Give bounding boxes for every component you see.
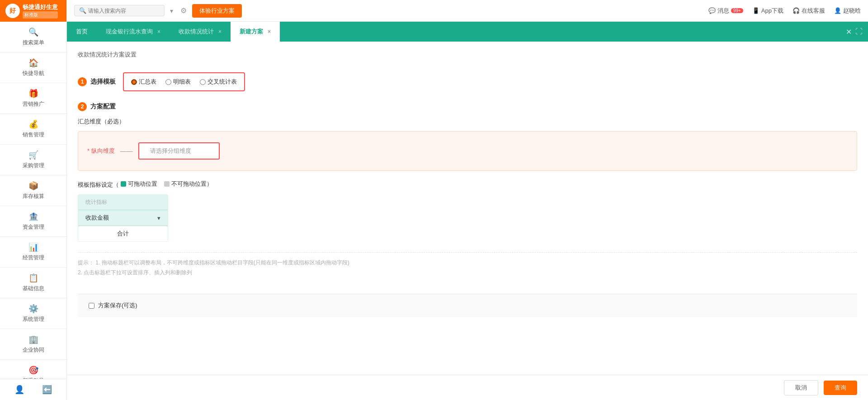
tab-right-btns: ✕ ⛶ — [846, 28, 868, 36]
box-icon: 📦 — [28, 181, 38, 191]
sidebar-item-sales[interactable]: 💰 销售管理 — [0, 114, 66, 145]
radio-cross-input[interactable] — [200, 79, 206, 85]
sidebar-item-search[interactable]: 🔍 搜索菜单 — [0, 22, 66, 52]
settings-icon[interactable]: ⚙ — [180, 6, 187, 15]
section-template: 1 选择模板 汇总表 明细表 交叉统计表 — [78, 72, 857, 91]
section1-header: 1 选择模板 汇总表 明细表 交叉统计表 — [78, 72, 857, 91]
download-label: App下载 — [761, 7, 783, 15]
radio-summary[interactable]: 汇总表 — [131, 78, 156, 86]
main-area: 🔍 ▾ ⚙ 体验行业方案 💬 消息 99+ 📱 App下载 🎧 在线客服 👤 赵… — [67, 0, 868, 400]
tabbar: 首页 现金银行流水查询 × 收款情况统计 × 新建方案 × ✕ ⛶ — [67, 22, 868, 42]
topbar: 🔍 ▾ ⚙ 体验行业方案 💬 消息 99+ 📱 App下载 🎧 在线客服 👤 赵… — [67, 0, 868, 22]
indicator-col-label: 收款金额 — [85, 214, 109, 222]
tab-collection-stats-close[interactable]: × — [218, 28, 222, 35]
service-icon: 🎧 — [793, 7, 800, 14]
sidebar-item-label-purchase: 采购管理 — [23, 162, 44, 169]
cancel-button[interactable]: 取消 — [784, 380, 818, 395]
sidebar-item-label-marketing: 营销推广 — [23, 100, 44, 108]
search-input[interactable] — [88, 8, 156, 14]
gear-icon: ⚙️ — [28, 304, 38, 314]
industry-btn[interactable]: 体验行业方案 — [192, 4, 242, 18]
sidebar-bottom-icon-1[interactable]: 👤 — [14, 385, 24, 395]
query-button[interactable]: 查询 — [824, 381, 857, 395]
template-options-box: 汇总表 明细表 交叉统计表 — [123, 72, 245, 91]
tab-new-plan[interactable]: 新建方案 × — [231, 22, 280, 42]
save-label[interactable]: 方案保存(可选) — [98, 301, 137, 310]
tab-home-label: 首页 — [76, 28, 88, 36]
sidebar-item-purchase[interactable]: 🛒 采购管理 — [0, 145, 66, 175]
tab-collection-stats-label: 收款情况统计 — [179, 28, 214, 36]
sidebar-item-enterprise[interactable]: 🏢 企业协同 — [0, 329, 66, 360]
message-btn[interactable]: 💬 消息 99+ — [708, 7, 743, 15]
target-icon: 🎯 — [28, 365, 38, 375]
chevron-down-icon[interactable]: ▾ — [157, 215, 160, 221]
page-wrapper: 收款情况统计方案设置 1 选择模板 汇总表 明细表 — [67, 42, 868, 400]
radio-detail-label[interactable]: 明细表 — [173, 78, 191, 86]
indicator-col-header[interactable]: 收款金额 ▾ — [78, 210, 168, 226]
page-title: 收款情况统计方案设置 — [78, 51, 857, 63]
sidebar-item-label-quick-nav: 快捷导航 — [23, 70, 44, 77]
service-btn[interactable]: 🎧 在线客服 — [793, 7, 825, 15]
search-icon-topbar: 🔍 — [79, 7, 86, 14]
download-btn[interactable]: 📱 App下载 — [752, 7, 783, 15]
bottom-bar: 取消 查询 — [67, 375, 868, 400]
sidebar-item-marketing[interactable]: 🎁 营销推广 — [0, 83, 66, 114]
search-box[interactable]: 🔍 — [74, 5, 165, 16]
section-config: 2 方案配置 汇总维度（必选） * 纵向维度 —— 请选择分组维度 — [78, 102, 857, 283]
chart-icon: 📊 — [28, 242, 38, 252]
sidebar-item-basic-info[interactable]: 📋 基础信息 — [0, 268, 66, 298]
non-draggable-indicator: 不可拖动位置） — [164, 181, 212, 188]
download-icon: 📱 — [752, 7, 760, 14]
radio-summary-label[interactable]: 汇总表 — [139, 78, 156, 86]
sidebar-item-system[interactable]: ⚙️ 系统管理 — [0, 298, 66, 329]
sidebar-item-label-enterprise: 企业协同 — [23, 346, 44, 354]
section1-number: 1 — [78, 77, 87, 86]
indicator-title: 模板指标设定（ 可拖动位置 不可拖动位置） — [78, 180, 212, 189]
sidebar-nav: 🔍 搜索菜单 🏠 快捷导航 🎁 营销推广 💰 销售管理 🛒 采购管理 📦 库存核… — [0, 22, 66, 379]
sidebar-item-newbie[interactable]: 🎯 新手引导 — [0, 360, 66, 379]
service-label: 在线客服 — [802, 7, 825, 15]
sidebar-item-quick-nav[interactable]: 🏠 快捷导航 — [0, 52, 66, 83]
radio-cross[interactable]: 交叉统计表 — [200, 78, 237, 86]
tab-collection-stats[interactable]: 收款情况统计 × — [170, 22, 231, 42]
logo-area: 好 畅捷通好生意 标准版 — [0, 0, 66, 22]
tab-close-all-icon[interactable]: ✕ — [846, 28, 852, 36]
sidebar-item-label-finance: 资金管理 — [23, 223, 44, 231]
tab-bank-flow[interactable]: 现金银行流水查询 × — [97, 22, 170, 42]
indicator-section: 模板指标设定（ 可拖动位置 不可拖动位置） — [78, 180, 857, 243]
section2-title: 方案配置 — [90, 103, 116, 111]
user-info[interactable]: 👤 赵晓晗 — [834, 7, 861, 15]
radio-detail[interactable]: 明细表 — [165, 78, 191, 86]
tip-line-2: 2. 点击标题栏下拉可设置排序、插入列和删除列 — [78, 268, 857, 278]
dim-arrow-icon: —— — [120, 147, 133, 155]
tab-new-plan-label: 新建方案 — [240, 28, 263, 36]
radio-cross-label[interactable]: 交叉统计表 — [208, 78, 237, 86]
dim-row: * 纵向维度 —— 请选择分组维度 — [87, 142, 848, 160]
tab-bank-flow-close[interactable]: × — [157, 28, 160, 35]
sidebar-bottom-icon-2[interactable]: ⬅️ — [42, 385, 52, 395]
section2-header: 2 方案配置 — [78, 102, 857, 111]
clipboard-icon: 📋 — [28, 273, 38, 283]
sidebar-item-label-operation: 经营管理 — [23, 254, 44, 262]
user-icon: 👤 — [834, 7, 841, 14]
sidebar-bottom: 👤 ⬅️ — [0, 379, 66, 400]
indicator-total-row: 合计 — [78, 226, 168, 241]
topbar-right: 💬 消息 99+ 📱 App下载 🎧 在线客服 👤 赵晓晗 — [708, 7, 861, 15]
save-checkbox[interactable] — [89, 303, 94, 309]
sidebar-item-label-search: 搜索菜单 — [23, 39, 44, 47]
logo-text: 畅捷通好生意 — [23, 3, 58, 11]
sidebar-item-finance[interactable]: 🏦 资金管理 — [0, 206, 66, 237]
dim-select[interactable]: 请选择分组维度 — [138, 142, 220, 160]
sidebar-item-operation[interactable]: 📊 经营管理 — [0, 237, 66, 268]
sidebar-item-label-sales: 销售管理 — [23, 131, 44, 139]
tab-bank-flow-label: 现金银行流水查询 — [106, 28, 153, 36]
message-badge: 99+ — [731, 8, 743, 13]
sidebar-item-inventory[interactable]: 📦 库存核算 — [0, 175, 66, 206]
tab-new-plan-close[interactable]: × — [268, 28, 271, 35]
stat-label: 统计指标 — [85, 198, 107, 206]
radio-summary-input[interactable] — [131, 79, 137, 85]
tab-expand-icon[interactable]: ⛶ — [855, 28, 863, 36]
tab-home[interactable]: 首页 — [67, 22, 97, 42]
radio-detail-input[interactable] — [165, 79, 171, 85]
dropdown-icon[interactable]: ▾ — [170, 7, 173, 14]
